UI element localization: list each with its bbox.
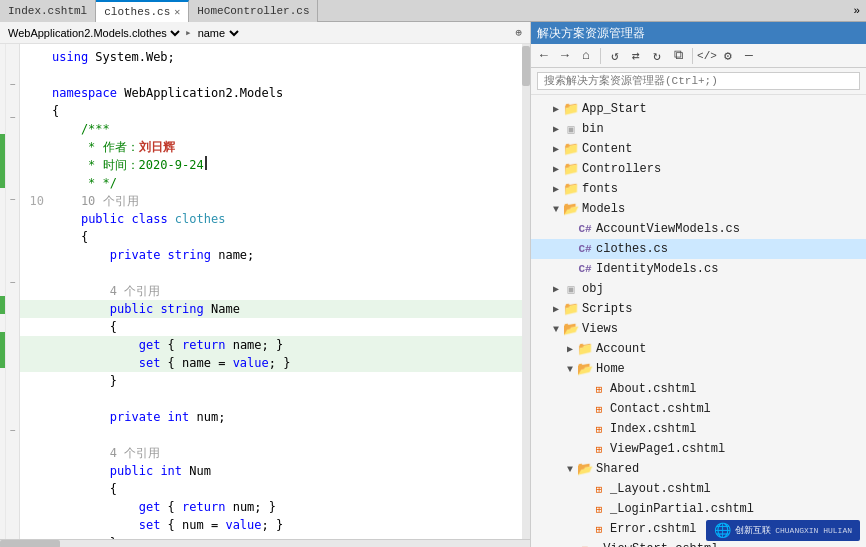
tree-item-contact[interactable]: ⊞ Contact.cshtml	[531, 399, 866, 419]
tree-item-label: _LoginPartial.cshtml	[610, 502, 754, 516]
folder-open-icon: 📂	[563, 321, 579, 337]
cshtml-file-icon: ⊞	[591, 441, 607, 457]
vertical-scrollbar[interactable]	[522, 44, 530, 539]
tree-item-home[interactable]: ▼ 📂 Home	[531, 359, 866, 379]
code-line: public int Num	[20, 462, 522, 480]
tree-item-loginpartial[interactable]: ⊞ _LoginPartial.cshtml	[531, 499, 866, 519]
code-line: namespace WebApplication2.Models	[20, 84, 522, 102]
collapse-arrow: ▶	[549, 283, 563, 295]
tree-item-label: About.cshtml	[610, 382, 696, 396]
code-line: get { return num; }	[20, 498, 522, 516]
tree-item-models[interactable]: ▼ 📂 Models	[531, 199, 866, 219]
tree-item-label: Content	[582, 142, 632, 156]
filter-button[interactable]: ⧉	[669, 47, 687, 65]
tree-item-label: fonts	[582, 182, 618, 196]
code-line: {	[20, 102, 522, 120]
collapse-arrow: ▶	[549, 123, 563, 135]
code-line: }	[20, 372, 522, 390]
refresh2-button[interactable]: ↻	[648, 47, 666, 65]
cshtml-file-icon: ⊞	[591, 401, 607, 417]
tab-close-icon[interactable]: ✕	[174, 6, 180, 18]
home-button[interactable]: ⌂	[577, 47, 595, 65]
search-input[interactable]	[537, 72, 860, 90]
refresh-button[interactable]: ↺	[606, 47, 624, 65]
collapse-arrow: ▼	[563, 464, 577, 475]
tree-item-appstart[interactable]: ▶ 📁 App_Start	[531, 99, 866, 119]
code-line: 4 个引用	[20, 282, 522, 300]
breadcrumb-bar: WebApplication2.Models.clothes ▸ name ⊕	[0, 22, 530, 44]
solution-tree: ▶ 📁 App_Start ▶ ▣ bin ▶ 📁 Content ▶ 📁	[531, 95, 866, 547]
forward-button[interactable]: →	[556, 47, 574, 65]
breadcrumb-right[interactable]: name	[194, 26, 242, 40]
tree-item-fonts[interactable]: ▶ 📁 fonts	[531, 179, 866, 199]
solution-toolbar: ← → ⌂ ↺ ⇄ ↻ ⧉ </> ⚙ —	[531, 44, 866, 68]
tree-item-label: Shared	[596, 462, 639, 476]
code-line	[20, 426, 522, 444]
tree-item-clothes-cs[interactable]: C# clothes.cs	[531, 239, 866, 259]
code-line: 4 个引用	[20, 444, 522, 462]
brand-text: 创新互联	[735, 524, 771, 537]
folder-open-icon: 📂	[577, 461, 593, 477]
breadcrumb-separator: ▸	[185, 26, 192, 39]
collapse-arrow: ▶	[549, 103, 563, 115]
tree-item-shared[interactable]: ▼ 📂 Shared	[531, 459, 866, 479]
tree-item-accountviewmodels[interactable]: C# AccountViewModels.cs	[531, 219, 866, 239]
tree-item-label: _ViewStart.cshtml	[596, 542, 718, 547]
back-button[interactable]: ←	[535, 47, 553, 65]
folder-icon: 📁	[563, 101, 579, 117]
tab-clothes-cs[interactable]: clothes.cs ✕	[96, 0, 189, 22]
horizontal-scrollbar[interactable]	[0, 539, 530, 547]
tree-item-index-cshtml[interactable]: ⊞ Index.cshtml	[531, 419, 866, 439]
tab-homecontroller-cs[interactable]: HomeController.cs	[189, 0, 318, 22]
tree-item-views[interactable]: ▼ 📂 Views	[531, 319, 866, 339]
code-editor[interactable]: using System.Web; namespace WebApplicati…	[20, 44, 522, 539]
cshtml-file-icon: ⊞	[591, 521, 607, 537]
tab-index-cshtml[interactable]: Index.cshtml	[0, 0, 96, 22]
solution-explorer-panel: 解决方案资源管理器 ← → ⌂ ↺ ⇄ ↻ ⧉ </> ⚙ —	[531, 22, 866, 547]
tree-item-obj[interactable]: ▶ ▣ obj	[531, 279, 866, 299]
code-line	[20, 66, 522, 84]
main-area: WebApplication2.Models.clothes ▸ name ⊕	[0, 22, 866, 547]
tree-item-viewpage1[interactable]: ⊞ ViewPage1.cshtml	[531, 439, 866, 459]
collapse-arrow: ▶	[549, 303, 563, 315]
tree-item-about[interactable]: ⊞ About.cshtml	[531, 379, 866, 399]
code-line: /***	[20, 120, 522, 138]
cs-file-icon: C#	[577, 261, 593, 277]
tree-item-label: Account	[596, 342, 646, 356]
tree-item-account[interactable]: ▶ 📁 Account	[531, 339, 866, 359]
cshtml-file-icon: ⊞	[577, 541, 593, 547]
expand-icon[interactable]: ⊕	[515, 26, 522, 39]
folder-icon: 📁	[563, 161, 579, 177]
minimize-button[interactable]: —	[740, 47, 758, 65]
tree-item-controllers[interactable]: ▶ 📁 Controllers	[531, 159, 866, 179]
tab-overflow-button[interactable]: »	[847, 5, 866, 17]
settings-button[interactable]: ⚙	[719, 47, 737, 65]
solution-explorer-title: 解决方案资源管理器	[531, 22, 866, 44]
folder-icon: 📁	[563, 301, 579, 317]
cshtml-file-icon: ⊞	[591, 481, 607, 497]
tab-label: HomeController.cs	[197, 5, 309, 17]
breadcrumb-left[interactable]: WebApplication2.Models.clothes	[4, 26, 183, 40]
sync-button[interactable]: ⇄	[627, 47, 645, 65]
code-line: set { num = value; }	[20, 516, 522, 534]
tree-item-identitymodels[interactable]: C# IdentityModels.cs	[531, 259, 866, 279]
code-line: {	[20, 318, 522, 336]
code-line: 10 10 个引用	[20, 192, 522, 210]
search-bar	[531, 68, 866, 95]
collapse-arrow: ▼	[549, 324, 563, 335]
folder-icon: 📁	[563, 141, 579, 157]
tree-item-layout[interactable]: ⊞ _Layout.cshtml	[531, 479, 866, 499]
tree-item-label: ViewPage1.cshtml	[610, 442, 725, 456]
code-line: {	[20, 480, 522, 498]
code-button[interactable]: </>	[698, 47, 716, 65]
cs-file-icon: C#	[577, 241, 593, 257]
cshtml-file-icon: ⊞	[591, 501, 607, 517]
folder-open-icon: 📂	[563, 201, 579, 217]
tab-label: clothes.cs	[104, 6, 170, 18]
collapse-arrow: ▶	[563, 343, 577, 355]
tree-item-bin[interactable]: ▶ ▣ bin	[531, 119, 866, 139]
tree-item-label: _Layout.cshtml	[610, 482, 711, 496]
tree-item-scripts[interactable]: ▶ 📁 Scripts	[531, 299, 866, 319]
folder-icon: 📁	[563, 181, 579, 197]
tree-item-content[interactable]: ▶ 📁 Content	[531, 139, 866, 159]
